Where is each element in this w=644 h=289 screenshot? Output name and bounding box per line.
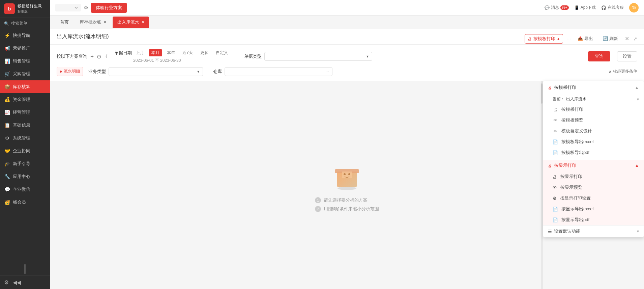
date-current-year[interactable]: 本年 <box>164 49 178 56</box>
dropdown-close-arrow[interactable]: ▲ <box>635 85 639 90</box>
app-download-label: App下载 <box>581 5 596 10</box>
default-fn-arrow[interactable]: ▾ <box>637 229 639 234</box>
svg-point-4 <box>348 173 350 175</box>
printer-icon: 🖨 <box>528 36 532 41</box>
display-section-title-text: 按显示打印 <box>554 162 576 168</box>
refresh-button[interactable]: 🔄 刷新 <box>600 34 621 43</box>
date-prev-month[interactable]: 上月 <box>133 49 147 56</box>
date-custom[interactable]: 自定义 <box>213 49 231 56</box>
sidebar-item-inventory[interactable]: 📦 库存核算 <box>0 80 50 93</box>
sidebar-item-label: 经营管理 <box>13 109 30 115</box>
dropdown-item-display-preview[interactable]: 👁 按显示预览 <box>543 182 644 193</box>
date-more[interactable]: 更多 <box>198 49 211 56</box>
svg-point-3 <box>344 173 346 175</box>
topbar-settings-icon[interactable]: ⚙ <box>84 4 88 11</box>
dropdown-item-template-print[interactable]: 🖨 按模板打印 <box>543 104 644 115</box>
business-type-label: 业务类型 <box>88 69 106 75</box>
filter-collapse-icon[interactable]: 《 <box>103 53 108 59</box>
tab-inventory-batch-close[interactable]: ✕ <box>104 20 107 24</box>
sidebar-item-app-center[interactable]: 🔧 应用中心 <box>0 170 50 183</box>
date-current-month[interactable]: 本月 <box>149 49 162 56</box>
export-icon: 📤 <box>578 36 583 41</box>
sidebar-item-label: 基础信息 <box>13 122 30 128</box>
sidebar-item-system[interactable]: ⚙ 系统管理 <box>0 132 50 144</box>
sidebar-item-marketing[interactable]: 📢 营销推广 <box>0 42 50 55</box>
display-eye-small-icon: 👁 <box>553 185 557 190</box>
tag-dot-icon <box>60 71 62 73</box>
doc-type-select[interactable]: ▾ <box>264 52 372 61</box>
filter-settings-icon[interactable]: ⊙ <box>97 53 101 60</box>
sidebar-item-wechat[interactable]: 💬 企业微信 <box>0 183 50 196</box>
guide-icon: 🎓 <box>4 161 10 167</box>
user-avatar[interactable]: Rit <box>629 3 639 12</box>
dropdown-item-display-export-pdf[interactable]: 📄 按显示导出pdf <box>543 214 644 225</box>
sales-icon: 📊 <box>4 58 10 64</box>
print-template-button[interactable]: 🖨 按模板打印 ▲ <box>525 34 563 44</box>
display-section-arrow[interactable]: ▲ <box>635 163 639 168</box>
display-pdf-small-icon: 📄 <box>553 217 558 222</box>
tab-inventory-batch[interactable]: 库存批次账 ✕ <box>75 17 111 28</box>
tab-flow[interactable]: 出入库流水 ✕ <box>113 17 149 28</box>
filter-tag-group: 流水明细 <box>57 67 83 76</box>
print-arrow-icon: ▲ <box>557 37 560 41</box>
sidebar-search[interactable]: 🔍 搜索菜单 <box>0 18 50 29</box>
search-icon: 🔍 <box>4 21 9 26</box>
sidebar-item-purchase[interactable]: 🛒 采购管理 <box>0 68 50 80</box>
sidebar-item-sales[interactable]: 📊 销售管理 <box>0 55 50 68</box>
doc-type-group: 单据类型 ▾ <box>244 52 372 61</box>
cooperation-icon: 🤝 <box>4 148 10 154</box>
user-selector[interactable]: 用户选择 <box>55 4 81 11</box>
window-expand-icon[interactable]: ⤢ <box>633 36 637 42</box>
filter-row-2: 流水明细 业务类型 ▾ 仓库 ··· <box>57 67 637 76</box>
dropdown-item-template-export-pdf[interactable]: 📄 按模板导出pdf <box>543 147 644 158</box>
dropdown-item-template-preview[interactable]: 👁 按模板预览 <box>543 115 644 126</box>
window-close-icon[interactable]: ✕ <box>625 35 629 42</box>
dropdown-item-display-print[interactable]: 🖨 按显示打印 <box>543 171 644 182</box>
settings-bottom-icon[interactable]: ⚙ <box>4 279 9 286</box>
app-download-button[interactable]: 📱 App下载 <box>574 5 596 10</box>
sidebar-item-basic[interactable]: 📋 基础信息 <box>0 119 50 132</box>
setup-button[interactable]: 设置 <box>617 51 637 61</box>
filter-tag[interactable]: 流水明细 <box>57 67 83 76</box>
message-button[interactable]: 💬 消息 99+ <box>545 5 569 10</box>
sidebar-item-cooperation[interactable]: 🤝 企业协同 <box>0 144 50 157</box>
filter-add-icon[interactable]: ＋ <box>89 53 95 60</box>
sidebar-item-label: 企业微信 <box>13 186 30 192</box>
sidebar-item-guide[interactable]: 🎓 新手引导 <box>0 157 50 170</box>
tab-flow-close[interactable]: ✕ <box>141 20 144 24</box>
sidebar-menu: ⚡ 快捷导航 📢 营销推广 📊 销售管理 🛒 采购管理 📦 库存核算 💰 资金管… <box>0 29 50 263</box>
current-prefix: 当前： <box>553 96 565 102</box>
sidebar-item-label: 营销推广 <box>13 45 30 51</box>
doc-type-label: 单据类型 <box>244 53 262 59</box>
current-arrow[interactable]: ▾ <box>637 97 639 102</box>
dropdown-item-display-export-excel[interactable]: 📄 按显示导出excel <box>543 204 644 214</box>
query-button[interactable]: 查询 <box>588 51 610 61</box>
warehouse-select[interactable]: ··· <box>225 67 332 76</box>
sidebar-item-member[interactable]: 👑 畅会员 <box>0 196 50 209</box>
display-preview-label: 按显示预览 <box>560 184 582 190</box>
online-support-button[interactable]: 🎧 在线客服 <box>601 5 624 10</box>
tab-home[interactable]: 首页 <box>55 17 74 28</box>
export-button[interactable]: 📤 导出 <box>575 34 596 43</box>
topbar-right: 💬 消息 99+ 📱 App下载 🎧 在线客服 Rit <box>545 3 639 12</box>
sidebar-item-quick-nav[interactable]: ⚡ 快捷导航 <box>0 29 50 42</box>
dropdown-item-display-print-settings[interactable]: ⚙ 按显示打印设置 <box>543 193 644 204</box>
dropdown-item-template-export-excel[interactable]: 📄 按模板导出excel <box>543 136 644 147</box>
trial-button[interactable]: 体验行业方案 <box>91 3 127 13</box>
business-type-select[interactable]: ▾ <box>109 67 203 76</box>
sidebar-item-operation[interactable]: 📈 经营管理 <box>0 106 50 119</box>
default-function-label: ☰ 设置默认功能 <box>548 228 580 234</box>
display-print-small-icon: 🖨 <box>553 174 557 179</box>
display-print-settings-label: 按显示打印设置 <box>560 195 591 201</box>
wechat-icon: 💬 <box>4 186 10 192</box>
display-print-label: 按显示打印 <box>560 174 582 180</box>
purchase-icon: 🛒 <box>4 71 10 77</box>
collapse-sidebar-icon[interactable]: ◀◀ <box>13 279 21 286</box>
collapse-more-button[interactable]: ∧ 收起更多条件 <box>609 69 637 74</box>
dropdown-divider <box>543 159 644 159</box>
dropdown-item-template-design[interactable]: ✏ 模板自定义设计 <box>543 126 644 136</box>
date-last-7-days[interactable]: 近7天 <box>180 49 196 56</box>
sidebar-item-finance[interactable]: 💰 资金管理 <box>0 93 50 106</box>
sidebar-item-label: 系统管理 <box>13 135 30 141</box>
empty-illustration <box>330 158 364 192</box>
